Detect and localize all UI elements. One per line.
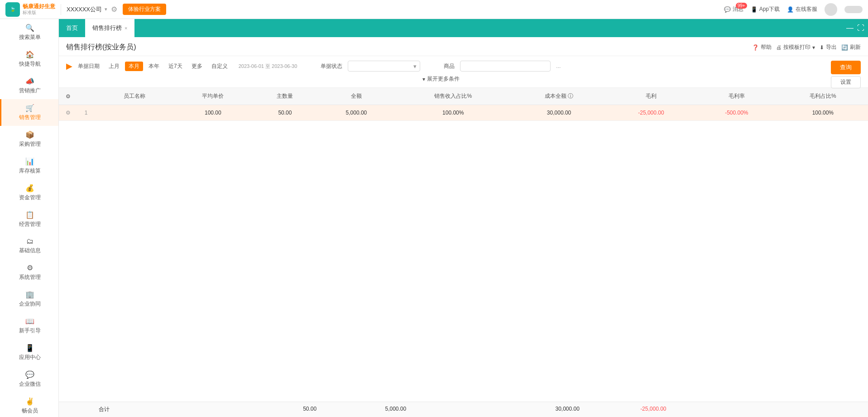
sidebar-item-label: 营销推广 — [19, 87, 41, 95]
tab-minimize-icon[interactable]: — — [846, 24, 854, 32]
user-name-placeholder — [844, 6, 863, 13]
row-total: 5,000.00 — [318, 105, 395, 121]
sidebar-item-label: 系统管理 — [19, 273, 41, 281]
header-right: 💬 消息 99+ 📱 App下载 👤 在线客服 — [724, 3, 863, 16]
col-cost: 成本全额 ⓘ — [511, 88, 607, 105]
sidebar-item-guide[interactable]: 📖 新手引导 — [0, 312, 58, 339]
footer-main-qty: 50.00 — [267, 406, 353, 413]
print-button[interactable]: 🖨 按模板打印 ▾ — [776, 43, 815, 51]
sidebar-item-search[interactable]: 🔍 搜索菜单 — [0, 19, 58, 46]
help-icon: ❓ — [752, 44, 759, 51]
sidebar-item-app-center[interactable]: 📱 应用中心 — [0, 339, 58, 366]
tab-bar: 首页 销售排行榜 × — ⛶ — [59, 19, 868, 37]
expand-more-btn[interactable]: ▾ 展开更多条件 — [66, 75, 815, 83]
sidebar-item-enterprise[interactable]: 🏢 企业协同 — [0, 286, 58, 312]
row-gear[interactable]: ⚙ — [59, 105, 77, 121]
sidebar-item-finance[interactable]: 💰 资金管理 — [0, 179, 58, 206]
collapse-btn[interactable]: ▶ — [66, 61, 72, 71]
footer-avg-price — [181, 406, 267, 413]
sidebar: 🔍 搜索菜单 🏠 快捷导航 📣 营销推广 🛒 销售管理 📦 采购管理 📊 库存核… — [0, 19, 59, 417]
filter-row-1: ▶ 单据日期 上月 本月 本年 近7天 更多 自定义 2023-06-01 至 … — [66, 61, 815, 72]
date-filter-label: 单据日期 — [78, 62, 100, 70]
sidebar-item-inventory[interactable]: 📊 库存核算 — [0, 153, 58, 179]
online-service-item[interactable]: 👤 在线客服 — [787, 5, 817, 13]
app-center-icon: 📱 — [25, 344, 34, 352]
sidebar-item-label: 采购管理 — [19, 140, 41, 148]
settings-icon[interactable]: ⚙ — [111, 5, 117, 14]
date-tab-current-year[interactable]: 本年 — [145, 62, 163, 71]
col-rank — [77, 88, 95, 105]
trial-button[interactable]: 体验行业方案 — [123, 4, 166, 15]
table-area: ⚙ 员工名称 平均单价 主数量 全额 销售收入占比% 成本全额 ⓘ 毛利 毛利率… — [59, 88, 868, 402]
settings-button[interactable]: 设置 — [831, 76, 861, 88]
help-button[interactable]: ❓ 帮助 — [752, 43, 772, 51]
footer-sales-ratio — [439, 406, 525, 413]
col-total: 全额 — [318, 88, 395, 105]
date-tab-last-month[interactable]: 上月 — [105, 62, 123, 71]
date-tab-custom[interactable]: 自定义 — [208, 62, 231, 71]
sidebar-item-system[interactable]: ⚙ 系统管理 — [0, 259, 58, 286]
sidebar-item-member[interactable]: ✌ 畅会员 — [0, 393, 58, 417]
avatar[interactable] — [825, 3, 837, 16]
col-gear[interactable]: ⚙ — [59, 88, 77, 105]
sidebar-item-operations[interactable]: 📋 经营管理 — [0, 206, 58, 233]
goods-input[interactable] — [460, 61, 551, 72]
col-employee: 员工名称 — [95, 88, 174, 105]
table-header-row: ⚙ 员工名称 平均单价 主数量 全额 销售收入占比% 成本全额 ⓘ 毛利 毛利率… — [59, 88, 868, 105]
status-select[interactable] — [348, 61, 420, 72]
tab-home[interactable]: 首页 — [59, 19, 85, 37]
date-tabs: 上月 本月 本年 近7天 更多 自定义 — [105, 62, 231, 71]
date-tab-7days[interactable]: 近7天 — [165, 62, 186, 71]
sidebar-item-label: 经营管理 — [19, 220, 41, 228]
sidebar-item-sales[interactable]: 🛒 销售管理 — [0, 99, 58, 126]
filter-rows-area: ▶ 单据日期 上月 本月 本年 近7天 更多 自定义 2023-06-01 至 … — [66, 61, 861, 83]
query-settings-area: 查询 设置 — [831, 61, 861, 88]
row-employee — [95, 105, 174, 121]
data-table: ⚙ 员工名称 平均单价 主数量 全额 销售收入占比% 成本全额 ⓘ 毛利 毛利率… — [59, 88, 868, 121]
row-sales-ratio: 100.00% — [395, 105, 511, 121]
sales-icon: 🛒 — [25, 104, 34, 112]
app-logo: 🍃 — [5, 2, 20, 17]
chevron-down-icon: ▾ — [105, 6, 107, 12]
page-actions: ❓ 帮助 🖨 按模板打印 ▾ ⬇ 导出 🔄 刷新 — [752, 43, 861, 51]
app-download-item[interactable]: 📱 App下载 — [751, 5, 780, 13]
row-rank: 1 — [77, 105, 95, 121]
query-button[interactable]: 查询 — [831, 61, 861, 74]
service-icon: 👤 — [787, 6, 794, 13]
marketing-icon: 📣 — [25, 77, 34, 86]
footer-gross-rate — [696, 406, 782, 413]
export-button[interactable]: ⬇ 导出 — [820, 43, 837, 51]
tab-bar-right: — ⛶ — [846, 24, 868, 32]
sidebar-item-quick-nav[interactable]: 🏠 快捷导航 — [0, 46, 58, 72]
refresh-button[interactable]: 🔄 刷新 — [841, 43, 861, 51]
goods-more-btn[interactable]: ... — [556, 63, 561, 69]
sidebar-item-wechat[interactable]: 💬 企业微信 — [0, 366, 58, 393]
footer-total: 5,000.00 — [353, 406, 439, 413]
company-selector[interactable]: XXXXXX公司 ▾ — [67, 5, 107, 14]
status-select-wrapper — [348, 61, 420, 72]
sidebar-item-basic-info[interactable]: 🗂 基础信息 — [0, 233, 58, 259]
goods-filter-label: 商品 — [444, 62, 455, 70]
sidebar-item-marketing[interactable]: 📣 营销推广 — [0, 72, 58, 99]
sidebar-item-label: 搜索菜单 — [19, 34, 41, 41]
date-tab-current-month[interactable]: 本月 — [125, 62, 143, 71]
row-main-qty: 50.00 — [252, 105, 318, 121]
message-icon-item[interactable]: 💬 消息 99+ — [724, 5, 743, 13]
export-icon: ⬇ — [820, 44, 824, 51]
page-content: 销售排行榜(按业务员) ❓ 帮助 🖨 按模板打印 ▾ ⬇ 导出 — [59, 37, 868, 417]
status-filter-label: 单据状态 — [321, 62, 342, 70]
sidebar-item-label: 企业协同 — [19, 300, 41, 308]
expand-row: ▾ 展开更多条件 — [66, 75, 815, 83]
tab-close-icon[interactable]: × — [125, 25, 127, 31]
search-icon: 🔍 — [25, 24, 34, 32]
row-cost: 30,000.00 — [511, 105, 607, 121]
row-gross-profit: -25,000.00 — [607, 105, 695, 121]
tab-sales-ranking[interactable]: 销售排行榜 × — [85, 19, 134, 37]
date-tab-more[interactable]: 更多 — [188, 62, 206, 71]
sidebar-item-label: 库存核算 — [19, 167, 41, 175]
filter-container: ▶ 单据日期 上月 本月 本年 近7天 更多 自定义 2023-06-01 至 … — [59, 56, 868, 88]
date-range-display: 2023-06-01 至 2023-06-30 — [239, 63, 297, 70]
tab-expand-icon[interactable]: ⛶ — [857, 24, 864, 32]
sidebar-item-purchase[interactable]: 📦 采购管理 — [0, 126, 58, 153]
home-icon: 🏠 — [25, 50, 34, 59]
